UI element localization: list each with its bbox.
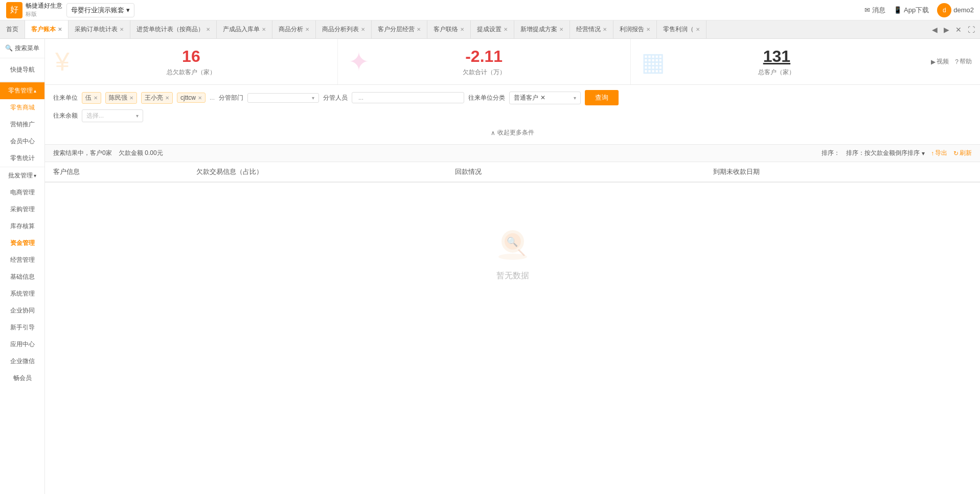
- tab-close-all-icon[interactable]: ✕: [953, 26, 964, 34]
- empty-state: 🔍 暂无数据: [45, 183, 980, 322]
- sidebar-item-operations[interactable]: 经营管理: [0, 252, 44, 268]
- tab-customer-layer[interactable]: 客户分层经营 ✕: [372, 20, 427, 38]
- tab-purchase-order[interactable]: 采购订单统计表 ✕: [69, 20, 130, 38]
- video-button[interactable]: ▶ 视频: [931, 57, 949, 66]
- sidebar-item-guide[interactable]: 新手引导: [0, 319, 44, 336]
- sidebar-item-ecommerce[interactable]: 电商管理: [0, 184, 44, 201]
- tab-operations[interactable]: 经营情况 ✕: [570, 20, 613, 38]
- filter-balance-select[interactable]: 选择... ▾: [82, 109, 143, 122]
- sidebar-item-app-center[interactable]: 应用中心: [0, 336, 44, 353]
- sidebar-item-system[interactable]: 系统管理: [0, 285, 44, 302]
- refresh-button[interactable]: ↻ 刷新: [953, 149, 972, 158]
- tab-goods-analysis[interactable]: 商品分析 ✕: [272, 20, 316, 38]
- tab-profit-report[interactable]: 利润报告 ✕: [613, 20, 657, 38]
- tab-home-label: 首页: [6, 25, 18, 34]
- help-icon: ?: [955, 58, 959, 65]
- filter-dept-select[interactable]: ▾: [247, 93, 319, 103]
- tab-next-icon[interactable]: ▶: [942, 26, 951, 34]
- svg-text:🔍: 🔍: [507, 236, 518, 248]
- tab-new-commission[interactable]: 新增提成方案 ✕: [514, 20, 570, 38]
- tab-customer-layer-close[interactable]: ✕: [417, 27, 421, 32]
- tab-customer-layer-label: 客户分层经营: [378, 25, 415, 34]
- tab-commission-settings-close[interactable]: ✕: [504, 27, 508, 32]
- empty-text: 暂无数据: [496, 271, 529, 281]
- sidebar-item-marketing[interactable]: 营销推广: [0, 116, 44, 133]
- tab-goods-analysis-list[interactable]: 商品分析列表 ✕: [316, 20, 372, 38]
- category-chevron-icon: ▾: [574, 95, 576, 101]
- sidebar-item-inventory[interactable]: 库存核算: [0, 218, 44, 235]
- tab-goods-analysis-close[interactable]: ✕: [305, 27, 309, 32]
- tab-inventory-stats-close[interactable]: ✕: [206, 27, 210, 32]
- tab-home[interactable]: 首页: [0, 20, 25, 38]
- tab-product-receipt[interactable]: 产成品入库单 ✕: [217, 20, 272, 38]
- help-button[interactable]: ? 帮助: [955, 57, 972, 66]
- tab-inventory-stats[interactable]: 进货单统计表（按商品） ✕: [130, 20, 217, 38]
- sidebar-item-quick-nav[interactable]: 快捷导航: [0, 61, 44, 78]
- sidebar-item-retail-shop[interactable]: 零售商城: [0, 99, 44, 116]
- sort-select[interactable]: 排序：按欠款金额倒序排序 ▾: [846, 149, 925, 158]
- col-repayment: 回款情况: [455, 167, 714, 176]
- tab-expand-icon[interactable]: ⛶: [966, 26, 977, 34]
- results-actions: 排序： 排序：按欠款金额倒序排序 ▾ ↑ 导出 ↻ 刷新: [822, 149, 972, 158]
- main-layout: 🔍 搜索菜单 快捷导航 零售管理 ▴ 零售商城 营销推广 会员中心 零售统计 批…: [0, 39, 980, 494]
- sidebar-item-finance[interactable]: 资金管理: [0, 235, 44, 252]
- app-icon: 📱: [894, 6, 902, 14]
- sidebar-item-retail[interactable]: 零售管理 ▴: [0, 82, 44, 99]
- collapse-button[interactable]: ∧ 收起更多条件: [53, 126, 972, 139]
- app-download-button[interactable]: 📱 App下载: [894, 6, 929, 15]
- tab-purchase-order-label: 采购订单统计表: [75, 25, 118, 34]
- sidebar-item-wechat[interactable]: 企业微信: [0, 353, 44, 370]
- filter-category-select[interactable]: 普通客户 ✕ ▾: [509, 92, 581, 104]
- tab-commission-settings[interactable]: 提成设置 ✕: [471, 20, 514, 38]
- tab-customer-contact-close[interactable]: ✕: [460, 27, 464, 32]
- tab-product-receipt-close[interactable]: ✕: [262, 27, 266, 32]
- filter-row-1: 往来单位 伍 ✕ 陈民强 ✕ 王小亮 ✕ cjttcw ✕ ...: [53, 90, 972, 105]
- tab-prev-icon[interactable]: ◀: [930, 26, 940, 34]
- filter-tag-cjttcw-remove[interactable]: ✕: [198, 95, 202, 101]
- query-button[interactable]: 查询: [585, 90, 619, 105]
- sidebar-retail-arrow-icon: ▴: [34, 88, 36, 94]
- stat-total-debt: ✦ -2.11 欠款合计（万）: [337, 39, 630, 84]
- sidebar-item-member[interactable]: 会员中心: [0, 133, 44, 150]
- filter-person-dots[interactable]: ...: [358, 94, 363, 101]
- filter-tag-chen-remove[interactable]: ✕: [129, 95, 133, 101]
- sidebar-item-purchase[interactable]: 采购管理: [0, 201, 44, 218]
- tab-profit-report-close[interactable]: ✕: [646, 27, 650, 32]
- workspace-select[interactable]: 母婴行业演示账套 ▾: [66, 3, 134, 17]
- tab-customer-ledger[interactable]: 客户账本 ✕: [25, 20, 69, 38]
- sidebar-item-member-plus[interactable]: 畅会员: [0, 370, 44, 387]
- tab-retail-profit[interactable]: 零售利润（ ✕: [657, 20, 706, 38]
- tab-retail-profit-close[interactable]: ✕: [696, 27, 700, 32]
- sidebar-search[interactable]: 🔍 搜索菜单: [0, 39, 44, 58]
- filter-person-select[interactable]: ...: [352, 92, 464, 103]
- tab-customer-ledger-label: 客户账本: [31, 25, 56, 34]
- tab-purchase-order-close[interactable]: ✕: [120, 27, 124, 32]
- sidebar-item-wholesale[interactable]: 批发管理 ▾: [0, 167, 44, 184]
- results-summary: 搜索结果中，客户0家 欠款金额 0.00元 排序： 排序：按欠款金额倒序排序 ▾…: [45, 145, 980, 162]
- filter-section: 往来单位 伍 ✕ 陈民强 ✕ 王小亮 ✕ cjttcw ✕ ...: [45, 85, 980, 145]
- user-menu[interactable]: d demo2: [937, 3, 974, 17]
- tab-new-commission-close[interactable]: ✕: [559, 27, 563, 32]
- tab-profit-report-label: 利润报告: [620, 25, 644, 34]
- filter-category-remove[interactable]: ✕: [540, 94, 545, 101]
- tab-customer-ledger-close[interactable]: ✕: [58, 27, 62, 32]
- topbar-right: ✉ 消息 📱 App下载 d demo2: [864, 3, 974, 17]
- tab-goods-analysis-list-label: 商品分析列表: [322, 25, 359, 34]
- export-icon: ↑: [931, 150, 934, 157]
- tab-goods-analysis-list-close[interactable]: ✕: [361, 27, 365, 32]
- sidebar-item-retail-stats[interactable]: 零售统计: [0, 150, 44, 167]
- tabbar: 首页 客户账本 ✕ 采购订单统计表 ✕ 进货单统计表（按商品） ✕ 产成品入库单…: [0, 20, 980, 39]
- sidebar-item-basic-info[interactable]: 基础信息: [0, 268, 44, 285]
- filter-tag-wu-remove[interactable]: ✕: [94, 95, 98, 101]
- filter-more-tags[interactable]: ...: [210, 94, 215, 101]
- sidebar: 🔍 搜索菜单 快捷导航 零售管理 ▴ 零售商城 营销推广 会员中心 零售统计 批…: [0, 39, 45, 494]
- filter-tag-wang-remove[interactable]: ✕: [165, 95, 169, 101]
- table-body: 🔍 暂无数据: [45, 183, 980, 322]
- sidebar-item-enterprise[interactable]: 企业协同: [0, 302, 44, 319]
- logo-subtext: 标版: [26, 10, 62, 18]
- tab-operations-close[interactable]: ✕: [603, 27, 607, 32]
- table-header: 客户信息 欠款交易信息（占比） 回款情况 到期未收款日期: [45, 162, 980, 183]
- export-button[interactable]: ↑ 导出: [931, 149, 947, 158]
- tab-customer-contact[interactable]: 客户联络 ✕: [427, 20, 471, 38]
- message-button[interactable]: ✉ 消息: [864, 6, 885, 15]
